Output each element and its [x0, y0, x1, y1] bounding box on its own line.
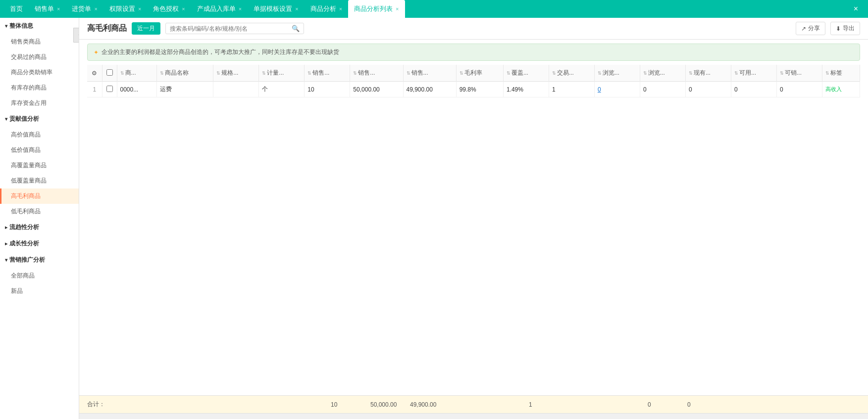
- col-available[interactable]: ⇅可用...: [731, 65, 776, 82]
- sidebar-group-overall-info[interactable]: ▾ 整体信息: [0, 18, 79, 34]
- footer-sales-cost: 49,900.00: [407, 401, 447, 408]
- row-spec: [213, 82, 259, 97]
- close-icon[interactable]: ×: [339, 6, 342, 12]
- col-trade[interactable]: ⇅交易...: [549, 65, 594, 82]
- footer-sales-qty: 10: [328, 401, 367, 408]
- search-icon[interactable]: 🔍: [292, 25, 300, 32]
- close-icon[interactable]: ×: [138, 6, 141, 12]
- col-unit[interactable]: ⇅计量...: [259, 65, 305, 82]
- footer-view1: [565, 401, 605, 408]
- close-icon[interactable]: ×: [239, 6, 242, 12]
- content-header: 高毛利商品 近一月 🔍 ↗ 分享 ⬇ 导出: [79, 18, 868, 40]
- col-current[interactable]: ⇅现有...: [685, 65, 731, 82]
- sidebar-item-category-sales-rate[interactable]: 商品分类助销率: [0, 65, 79, 80]
- row-sales-amount: 50,000.00: [350, 82, 403, 97]
- col-tag[interactable]: ⇅标签: [822, 65, 860, 82]
- sidebar-group-marketing[interactable]: ▾ 营销推广分析: [0, 252, 79, 268]
- nav-product-analysis[interactable]: 商品分析 ×: [305, 0, 348, 18]
- table-footer: 合计： 10 50,000.00 49,900.00 1 0 0: [79, 395, 868, 413]
- table-container[interactable]: ⚙ ⇅商... ⇅商品名称 ⇅规格... ⇅计量... ⇅销售... ⇅销售..…: [79, 65, 868, 395]
- row-sellable: 0: [776, 82, 822, 97]
- footer-sales-amount: 50,000.00: [367, 401, 407, 408]
- sidebar: ▾ 整体信息 销售类商品 交易过的商品 商品分类助销率 有库存的商品 库存资金占…: [0, 18, 79, 419]
- footer-coverage: [486, 401, 526, 408]
- row-code: 0000...: [117, 82, 156, 97]
- top-navigation: 首页 销售单 × 进货单 × 权限设置 × 角色授权 × 产成品入库单 × 单据…: [0, 0, 868, 18]
- close-icon[interactable]: ×: [182, 6, 185, 12]
- col-spec[interactable]: ⇅规格...: [213, 65, 259, 82]
- share-icon: ↗: [801, 25, 806, 32]
- close-icon[interactable]: ×: [295, 6, 298, 12]
- col-sales-qty[interactable]: ⇅销售...: [305, 65, 350, 82]
- sidebar-group-growth[interactable]: ▸ 成长性分析: [0, 235, 79, 252]
- col-settings[interactable]: ⚙: [87, 65, 102, 82]
- footer-trade: 1: [526, 401, 565, 408]
- sidebar-item-traded-goods[interactable]: 交易过的商品: [0, 49, 79, 65]
- col-view2[interactable]: ⇅浏览...: [640, 65, 685, 82]
- sidebar-item-high-margin[interactable]: 高毛利商品: [0, 188, 79, 204]
- footer-available: 0: [684, 401, 724, 408]
- row-coverage: 1.49%: [503, 82, 549, 97]
- nav-template-settings[interactable]: 单据模板设置 ×: [248, 0, 304, 18]
- col-gross-margin[interactable]: ⇅毛利率: [456, 65, 503, 82]
- nav-finished-goods[interactable]: 产成品入库单 ×: [191, 0, 248, 18]
- sidebar-item-all-goods[interactable]: 全部商品: [0, 268, 79, 283]
- nav-home[interactable]: 首页: [4, 0, 29, 18]
- sidebar-item-in-stock-goods[interactable]: 有库存的商品: [0, 80, 79, 95]
- sidebar-item-low-coverage[interactable]: 低覆盖量商品: [0, 173, 79, 188]
- nav-sales-order[interactable]: 销售单 ×: [29, 0, 66, 18]
- col-code[interactable]: ⇅商...: [117, 65, 156, 82]
- export-icon: ⬇: [836, 25, 841, 32]
- footer-values: 10 50,000.00 49,900.00 1 0 0: [115, 401, 724, 408]
- search-box: 🔍: [165, 23, 304, 34]
- sidebar-group-trend[interactable]: ▸ 流趋性分析: [0, 219, 79, 235]
- info-banner: ✦ 企业的主要的利润都是这部分商品创造的，可考虑加大推广，同时关注库存是不要出现…: [87, 44, 860, 61]
- footer-current: 0: [645, 401, 684, 408]
- tag-label: 高收入: [825, 86, 842, 92]
- close-icon[interactable]: ×: [396, 6, 399, 12]
- window-close-button[interactable]: ×: [848, 4, 864, 13]
- sidebar-item-high-value[interactable]: 高价值商品: [0, 127, 79, 142]
- nav-role-auth[interactable]: 角色授权 ×: [147, 0, 191, 18]
- sidebar-item-stock-capital[interactable]: 库存资金占用: [0, 95, 79, 111]
- page-title: 高毛利商品: [87, 23, 127, 34]
- col-coverage[interactable]: ⇅覆盖...: [503, 65, 549, 82]
- nav-purchase-order[interactable]: 进货单 ×: [66, 0, 103, 18]
- col-name[interactable]: ⇅商品名称: [156, 65, 213, 82]
- sidebar-item-low-value[interactable]: 低价值商品: [0, 142, 79, 158]
- row-checkbox-cell[interactable]: [102, 82, 117, 97]
- row-checkbox[interactable]: [106, 86, 113, 92]
- chevron-down-icon: ▾: [5, 23, 7, 29]
- content-area: 高毛利商品 近一月 🔍 ↗ 分享 ⬇ 导出 ✦ 企业的主要的利润都是这部分商品创…: [79, 18, 868, 419]
- chevron-down-icon: ▾: [5, 257, 7, 263]
- export-button[interactable]: ⬇ 导出: [830, 22, 860, 35]
- row-view1[interactable]: 0: [594, 82, 640, 97]
- nav-permission-settings[interactable]: 权限设置 ×: [103, 0, 147, 18]
- settings-icon[interactable]: ⚙: [92, 70, 97, 77]
- footer-spacer: [115, 401, 328, 408]
- row-number: 1: [87, 82, 102, 97]
- sidebar-item-low-margin[interactable]: 低毛利商品: [0, 204, 79, 219]
- view1-link[interactable]: 0: [598, 86, 601, 93]
- table-row: 1 0000... 运费 个 10 50,000.00 49,900.00 99…: [87, 82, 860, 97]
- close-icon[interactable]: ×: [94, 6, 97, 12]
- select-all-checkbox[interactable]: [106, 69, 113, 76]
- col-sales-amount[interactable]: ⇅销售...: [350, 65, 403, 82]
- sidebar-group-contribution[interactable]: ▾ 贡献值分析: [0, 111, 79, 127]
- row-name: 运费: [156, 82, 213, 97]
- col-view1[interactable]: ⇅浏览...: [594, 65, 640, 82]
- sidebar-item-sales-goods[interactable]: 销售类商品: [0, 34, 79, 49]
- col-checkbox[interactable]: [102, 65, 117, 82]
- horizontal-scrollbar[interactable]: [79, 413, 868, 419]
- close-icon[interactable]: ×: [57, 6, 60, 12]
- search-input[interactable]: [170, 25, 290, 32]
- product-table: ⚙ ⇅商... ⇅商品名称 ⇅规格... ⇅计量... ⇅销售... ⇅销售..…: [87, 65, 860, 97]
- sidebar-item-high-coverage[interactable]: 高覆盖量商品: [0, 158, 79, 173]
- sidebar-collapse-button[interactable]: 《: [73, 28, 79, 43]
- nav-product-analysis-list[interactable]: 商品分析列表 ×: [348, 0, 405, 18]
- filter-recent-month-button[interactable]: 近一月: [132, 22, 160, 35]
- col-sellable[interactable]: ⇅可销...: [776, 65, 822, 82]
- sidebar-item-new-goods[interactable]: 新品: [0, 283, 79, 299]
- col-sales-cost[interactable]: ⇅销售...: [403, 65, 456, 82]
- share-button[interactable]: ↗ 分享: [796, 22, 825, 35]
